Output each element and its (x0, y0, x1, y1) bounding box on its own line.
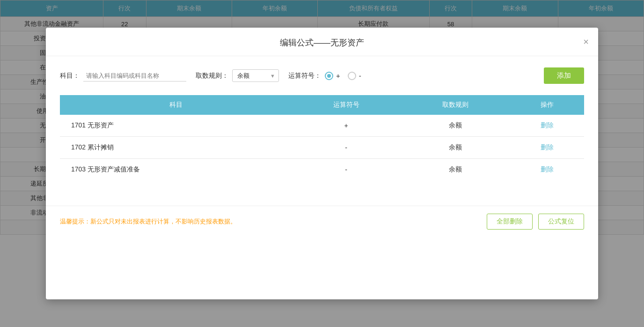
radio-minus-label: - (359, 72, 361, 80)
rule-cell: 余额 (401, 137, 510, 159)
tip-text: 温馨提示：新公式只对未出报表进行计算，不影响历史报表数据。 (60, 217, 236, 226)
subject-label: 科目： (60, 72, 80, 80)
modal-body: 科目： 取数规则： 余额借方贷方借方累计贷方累计 ▼ 运算符号： (46, 56, 598, 206)
add-button[interactable]: 添加 (544, 67, 584, 84)
modal-dialog: 编辑公式——无形资产 × 科目： 取数规则： 余额借方贷方借方累计贷方累计 ▼ (46, 28, 598, 299)
operator-cell: - (292, 137, 401, 159)
operator-radio-group: + - (325, 72, 361, 80)
operator-field: 运算符号： + - (288, 72, 361, 80)
rule-select-wrapper: 余额借方贷方借方累计贷方累计 ▼ (232, 69, 279, 82)
radio-minus-circle (348, 72, 356, 80)
rule-cell: 余额 (401, 159, 510, 181)
action-cell: 删除 (510, 137, 584, 159)
modal-header: 编辑公式——无形资产 × (46, 28, 598, 56)
rule-select[interactable]: 余额借方贷方借方累计贷方累计 (232, 69, 279, 82)
radio-plus[interactable]: + (325, 72, 340, 80)
formula-header-cell: 取数规则 (401, 95, 510, 115)
radio-plus-circle (325, 72, 333, 80)
rule-label: 取数规则： (196, 72, 228, 80)
modal-close-button[interactable]: × (583, 37, 589, 46)
footer-buttons: 全部删除 公式复位 (487, 214, 584, 230)
delete-link[interactable]: 删除 (541, 143, 554, 151)
table-row: 1701 无形资产+余额删除 (60, 115, 584, 137)
delete-link[interactable]: 删除 (541, 121, 554, 129)
formula-header-cell: 运算符号 (292, 95, 401, 115)
operator-cell: + (292, 115, 401, 137)
subject-input[interactable] (83, 70, 186, 82)
subject-cell: 1701 无形资产 (60, 115, 292, 137)
formula-table: 科目运算符号取数规则操作 1701 无形资产+余额删除1702 累计摊销-余额删… (60, 95, 584, 180)
formula-table-header: 科目运算符号取数规则操作 (60, 95, 584, 115)
reset-formula-button[interactable]: 公式复位 (538, 214, 584, 230)
modal-overlay: 编辑公式——无形资产 × 科目： 取数规则： 余额借方贷方借方累计贷方累计 ▼ (0, 0, 644, 327)
operator-label: 运算符号： (288, 72, 321, 80)
formula-header-cell: 操作 (510, 95, 584, 115)
table-row: 1703 无形资产减值准备-余额删除 (60, 159, 584, 181)
action-cell: 删除 (510, 159, 584, 181)
subject-cell: 1702 累计摊销 (60, 137, 292, 159)
form-row: 科目： 取数规则： 余额借方贷方借方累计贷方累计 ▼ 运算符号： (60, 67, 584, 84)
radio-minus[interactable]: - (348, 72, 361, 80)
rule-field: 取数规则： 余额借方贷方借方累计贷方累计 ▼ (196, 69, 279, 82)
table-row: 1702 累计摊销-余额删除 (60, 137, 584, 159)
subject-field: 科目： (60, 70, 186, 82)
formula-table-body: 1701 无形资产+余额删除1702 累计摊销-余额删除1703 无形资产减值准… (60, 115, 584, 180)
delete-link[interactable]: 删除 (541, 165, 554, 173)
modal-footer: 温馨提示：新公式只对未出报表进行计算，不影响历史报表数据。 全部删除 公式复位 (46, 206, 598, 239)
rule-cell: 余额 (401, 115, 510, 137)
delete-all-button[interactable]: 全部删除 (487, 214, 533, 230)
radio-plus-label: + (336, 72, 340, 80)
subject-cell: 1703 无形资产减值准备 (60, 159, 292, 181)
modal-title: 编辑公式——无形资产 (280, 38, 364, 47)
action-cell: 删除 (510, 115, 584, 137)
formula-header-cell: 科目 (60, 95, 292, 115)
operator-cell: - (292, 159, 401, 181)
